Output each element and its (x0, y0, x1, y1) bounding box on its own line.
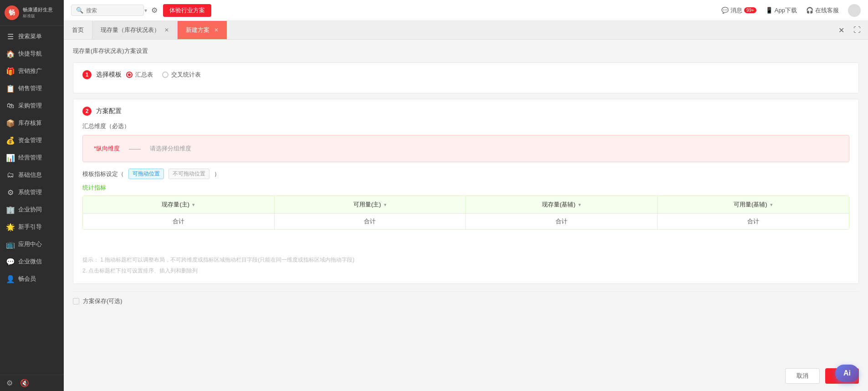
sales-icon: 📋 (6, 84, 15, 93)
finance-icon: 💰 (6, 136, 15, 144)
search-menu-icon: ☰ (6, 32, 15, 41)
search-icon: 🔍 (76, 7, 83, 14)
settings-icon[interactable]: ⚙ (6, 379, 13, 387)
tab-minimize-icon[interactable]: ✕ (836, 25, 847, 36)
sidebar-item-label: 新手引导 (18, 223, 42, 231)
cancel-button[interactable]: 取消 (785, 368, 820, 384)
app-name: 畅康通好生意 (23, 6, 53, 13)
sidebar-item-wechat[interactable]: 💬 企业微信 (0, 253, 64, 270)
sidebar-nav: ☰ 搜索菜单 🏠 快捷导航 🎁 营销推广 📋 销售管理 🛍 采购管理 📦 库存核… (0, 26, 64, 375)
sidebar-item-search-menu[interactable]: ☰ 搜索菜单 (0, 28, 64, 45)
search-input[interactable] (86, 7, 141, 14)
tip-2: 2. 点击标题栏下拉可设置排序、插入列和删除列 (82, 265, 849, 276)
sidebar-item-label: 资金管理 (18, 136, 42, 144)
stat-table: 现存量(主) ▾ 可用量(主) ▾ 现存量(基辅) ▾ 可用量(基辅) (82, 196, 849, 230)
message-label: 消息 (730, 6, 742, 15)
gear-icon[interactable]: ⚙ (151, 6, 158, 15)
col-header-3[interactable]: 现存量(基辅) ▾ (466, 196, 658, 213)
sidebar-item-label: 系统管理 (18, 188, 42, 196)
sidebar-item-sales[interactable]: 📋 销售管理 (0, 80, 64, 97)
section-template-header: 1 选择模板 汇总表 交叉统计表 (82, 70, 849, 79)
quick-nav-icon: 🏠 (6, 50, 15, 58)
message-button[interactable]: 💬 消息 99+ (721, 6, 756, 15)
headset-icon: 🎧 (806, 7, 813, 14)
sidebar-item-inventory[interactable]: 📦 库存核算 (0, 114, 64, 132)
sidebar-item-marketing[interactable]: 🎁 营销推广 (0, 62, 64, 80)
indicator-title-text: 模板指标设定（ (82, 170, 124, 178)
sidebar-item-label: 企业协同 (18, 206, 42, 214)
col4-chevron-icon: ▾ (770, 202, 773, 208)
col4-cell: 合计 (658, 214, 849, 229)
sidebar-item-quick-nav[interactable]: 🏠 快捷导航 (0, 45, 64, 62)
radio-summary[interactable]: 汇总表 (126, 71, 153, 79)
sidebar-bottom: ⚙ 🔇 (0, 375, 64, 391)
marketing-icon: 🎁 (6, 67, 15, 75)
sidebar-item-label: 库存核算 (18, 119, 42, 127)
sidebar-item-purchase[interactable]: 🛍 采购管理 (0, 97, 64, 114)
apps-icon: 📺 (6, 240, 15, 248)
sidebar-item-apps[interactable]: 📺 应用中心 (0, 236, 64, 253)
col-header-1[interactable]: 现存量(主) ▾ (83, 196, 275, 213)
tab-inventory-status[interactable]: 现存量（库存状况表） ✕ (92, 21, 178, 39)
sidebar-item-label: 经营管理 (18, 154, 42, 162)
search-chevron-icon[interactable]: ▾ (144, 7, 147, 14)
sidebar-item-operations[interactable]: 📊 经营管理 (0, 149, 64, 166)
save-checkbox[interactable] (73, 298, 79, 304)
purchase-icon: 🛍 (6, 102, 15, 110)
message-icon: 💬 (721, 7, 729, 14)
col-header-2[interactable]: 可用量(主) ▾ (275, 196, 466, 213)
search-box[interactable]: 🔍 ▾ (71, 5, 144, 16)
radio-crosstab-dot (162, 72, 168, 78)
radio-crosstab[interactable]: 交叉统计表 (162, 71, 201, 79)
sound-icon[interactable]: 🔇 (20, 379, 29, 387)
indicator-label: 模板指标设定（ 可拖动位置 不可拖动位置 ） (82, 169, 849, 179)
sidebar-item-member[interactable]: 👤 畅会员 (0, 270, 64, 288)
tab-inventory-status-label: 现存量（库存状况表） (101, 26, 160, 34)
non-draggable-badge: 不可拖动位置 (168, 169, 209, 179)
stat-table-header: 现存量(主) ▾ 可用量(主) ▾ 现存量(基辅) ▾ 可用量(基辅) (83, 196, 849, 213)
sidebar-item-system[interactable]: ⚙ 系统管理 (0, 184, 64, 201)
col1-cell: 合计 (83, 214, 275, 229)
sidebar-item-label: 快捷导航 (18, 50, 42, 58)
sidebar-item-basic-info[interactable]: 🗂 基础信息 (0, 166, 64, 184)
sidebar-item-label: 销售管理 (18, 84, 42, 93)
sidebar-item-label: 营销推广 (18, 67, 42, 75)
tab-home[interactable]: 首页 (64, 21, 92, 39)
col2-chevron-icon: ▾ (384, 202, 387, 208)
ai-button[interactable]: Ai (835, 365, 859, 382)
tip-1: 提示： 1.拖动标题栏可以调整布局，不可跨维度或指标区域拖动栏目字段(只能在同一… (82, 254, 849, 265)
sidebar-item-finance[interactable]: 💰 资金管理 (0, 132, 64, 149)
page-title: 现存量(库存状况表)方案设置 (73, 47, 859, 55)
sidebar-item-enterprise[interactable]: 🏢 企业协同 (0, 201, 64, 218)
section-config: 2 方案配置 汇总维度（必选） *纵向维度 —— 请选择分组维度 模板指标设定（… (73, 99, 859, 284)
dimension-required-area[interactable]: *纵向维度 —— 请选择分组维度 (82, 135, 849, 162)
radio-summary-dot (126, 72, 133, 78)
stat-table-row-1: 合计 合计 合计 合计 (83, 213, 849, 229)
main-area: 🔍 ▾ ⚙ 体验行业方案 💬 消息 99+ 📱 App下载 🎧 在线客服 (64, 0, 868, 391)
tab-expand-icon[interactable]: ⛶ (851, 25, 863, 35)
template-radio-group: 汇总表 交叉统计表 (126, 71, 201, 79)
col-header-4[interactable]: 可用量(基辅) ▾ (658, 196, 849, 213)
user-avatar[interactable] (848, 4, 861, 17)
col3-label: 现存量(基辅) (542, 201, 576, 209)
message-badge: 99+ (744, 7, 756, 13)
indicator-close: ） (214, 170, 220, 178)
tab-new-plan-close-icon[interactable]: ✕ (214, 27, 219, 33)
col4-label: 可用量(基辅) (734, 201, 767, 209)
phone-icon: 📱 (766, 7, 773, 14)
trial-button[interactable]: 体验行业方案 (163, 4, 211, 17)
app-edition: 标准版 (23, 13, 53, 19)
tab-home-label: 首页 (72, 26, 84, 34)
tab-inventory-close-icon[interactable]: ✕ (164, 27, 169, 33)
col2-label: 可用量(主) (353, 201, 381, 209)
col1-label: 现存量(主) (162, 201, 189, 209)
col1-chevron-icon: ▾ (192, 202, 195, 208)
sidebar-item-guide[interactable]: 🌟 新手引导 (0, 218, 64, 236)
app-download-button[interactable]: 📱 App下载 (766, 6, 797, 15)
online-service-button[interactable]: 🎧 在线客服 (806, 6, 839, 15)
page-content: 现存量(库存状况表)方案设置 1 选择模板 汇总表 交叉统计表 (64, 40, 868, 391)
radio-crosstab-label: 交叉统计表 (171, 71, 201, 79)
tab-new-plan[interactable]: 新建方案 ✕ (178, 21, 227, 39)
inventory-icon: 📦 (6, 119, 15, 127)
tab-new-plan-label: 新建方案 (186, 26, 209, 34)
